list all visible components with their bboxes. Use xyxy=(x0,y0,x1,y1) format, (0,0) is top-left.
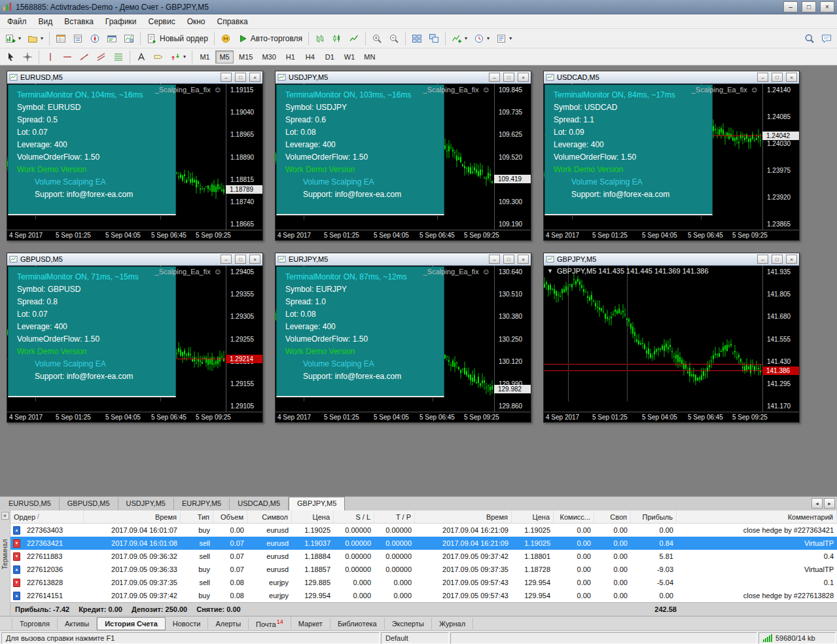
chart-tab-GBPUSD,M5[interactable]: GBPUSD,M5 xyxy=(60,497,118,510)
metaeditor-button[interactable] xyxy=(217,31,234,46)
history-row-6[interactable]: ▲2276141512017.09.05 09:37:42buy0.08eurj… xyxy=(10,589,837,602)
channel-tool[interactable] xyxy=(93,49,110,65)
chart-titlebar[interactable]: GBPJPY,M5–□× xyxy=(544,253,799,266)
search-button[interactable] xyxy=(801,31,818,46)
terminal-tab-Алерты[interactable]: Алерты xyxy=(208,618,249,630)
chart-canvas[interactable]: ▼GBPJPY,M5 141.435 141.445 141.369 141.3… xyxy=(544,266,799,422)
column-header-7[interactable]: S / L xyxy=(334,510,374,523)
column-header-9[interactable]: Время xyxy=(415,510,512,523)
price-scale[interactable]: 1.241401.240851.240301.239751.239201.238… xyxy=(762,84,799,230)
new-chart-button[interactable]: ▾ xyxy=(2,31,24,46)
templates-button[interactable]: ▾ xyxy=(493,31,515,46)
terminal-close-button[interactable]: × xyxy=(1,512,9,520)
chart-canvas[interactable]: TerminalMonitor ON, 84ms, ~17msSymbol: U… xyxy=(544,84,799,240)
chart-tab-EURJPY,M5[interactable]: EURJPY,M5 xyxy=(174,497,230,510)
time-scale[interactable]: 4 Sep 20175 Sep 01:255 Sep 04:055 Sep 06… xyxy=(544,230,799,240)
column-header-13[interactable]: Прибыль xyxy=(631,510,677,523)
column-header-5[interactable]: Символ xyxy=(247,510,292,523)
column-header-8[interactable]: T / P xyxy=(374,510,415,523)
column-header-11[interactable]: Комисс... xyxy=(554,510,594,523)
chart-close-button[interactable]: × xyxy=(518,73,529,82)
chart-maximize-button[interactable]: □ xyxy=(772,255,783,264)
menu-item-7[interactable]: Справка xyxy=(211,16,254,27)
scroll-left-button[interactable]: ◄ xyxy=(811,498,823,509)
chart-close-button[interactable]: × xyxy=(786,73,797,82)
chart-maximize-button[interactable]: □ xyxy=(772,73,783,82)
navigator-button[interactable] xyxy=(86,31,103,46)
timeframe-w1[interactable]: W1 xyxy=(340,50,359,63)
horizontal-line-tool[interactable] xyxy=(59,49,76,65)
timeframe-m1[interactable]: M1 xyxy=(196,50,214,63)
time-scale[interactable]: 4 Sep 20175 Sep 01:255 Sep 04:055 Sep 06… xyxy=(7,412,262,422)
column-header-3[interactable]: Тип xyxy=(181,510,213,523)
price-scale[interactable]: 141.935141.805141.680141.555141.430141.2… xyxy=(762,266,799,412)
fibonacci-tool[interactable] xyxy=(110,49,127,65)
menu-item-4[interactable]: Графики xyxy=(99,16,143,27)
chart-maximize-button[interactable]: □ xyxy=(235,73,246,82)
chart-minimize-button[interactable]: – xyxy=(489,73,500,82)
chart-titlebar[interactable]: GBPUSD,M5–□× xyxy=(7,253,262,266)
time-scale[interactable]: 4 Sep 20175 Sep 01:255 Sep 04:055 Sep 06… xyxy=(7,230,262,240)
scroll-right-button[interactable]: ► xyxy=(824,498,835,509)
chart-minimize-button[interactable]: – xyxy=(221,255,232,264)
column-header-10[interactable]: Цена xyxy=(512,510,554,523)
timeframe-h1[interactable]: H1 xyxy=(281,50,300,63)
price-scale[interactable]: 109.845109.735109.625109.520109.410109.3… xyxy=(494,84,531,230)
chart-maximize-button[interactable]: □ xyxy=(503,255,514,264)
menu-item-1[interactable]: Файл xyxy=(1,16,33,27)
history-row-1[interactable]: ▲2273634032017.09.04 16:01:07buy0.00euru… xyxy=(10,524,837,537)
arrange-windows-button[interactable] xyxy=(425,31,442,46)
terminal-tab-Новости[interactable]: Новости xyxy=(166,618,209,630)
chart-canvas[interactable]: TerminalMonitor ON, 87ms, ~12msSymbol: E… xyxy=(276,266,531,422)
column-header-4[interactable]: Объем xyxy=(213,510,247,523)
chart-close-button[interactable]: × xyxy=(518,255,529,264)
candlestick-chart-button[interactable] xyxy=(329,31,346,46)
history-row-2[interactable]: ▼2273634212017.09.04 16:01:08sell0.07eur… xyxy=(10,537,837,550)
time-scale[interactable]: 4 Sep 20175 Sep 01:255 Sep 04:055 Sep 06… xyxy=(276,412,531,422)
arrows-tool[interactable]: ▾ xyxy=(167,49,189,65)
timeframe-h4[interactable]: H4 xyxy=(301,50,319,63)
history-row-5[interactable]: ▼2276138282017.09.05 09:37:35sell0.08eur… xyxy=(10,576,837,589)
time-scale[interactable]: 4 Sep 20175 Sep 01:255 Sep 04:055 Sep 06… xyxy=(544,412,799,422)
chart-canvas[interactable]: TerminalMonitor ON, 103ms, ~16msSymbol: … xyxy=(276,84,531,240)
column-header-2[interactable]: Время xyxy=(84,510,181,523)
menu-item-6[interactable]: Окно xyxy=(181,16,211,27)
price-scale[interactable]: 1.294051.293551.293051.292551.292051.291… xyxy=(226,266,262,412)
chart-canvas[interactable]: TerminalMonitor ON, 71ms, ~15msSymbol: G… xyxy=(7,266,262,422)
chart-tab-USDCAD,M5[interactable]: USDCAD,M5 xyxy=(230,497,289,510)
window-minimize-button[interactable]: – xyxy=(783,1,798,12)
timeframe-m15[interactable]: M15 xyxy=(235,50,257,63)
terminal-tab-Журнал[interactable]: Журнал xyxy=(432,618,473,630)
chart-canvas[interactable]: TerminalMonitor ON, 104ms, ~16msSymbol: … xyxy=(7,84,262,240)
chart-tab-GBPJPY,M5[interactable]: GBPJPY,M5 xyxy=(289,497,345,510)
chart-titlebar[interactable]: EURUSD,M5–□× xyxy=(7,71,262,84)
timeframe-d1[interactable]: D1 xyxy=(321,50,339,63)
menu-item-3[interactable]: Вставка xyxy=(58,16,99,27)
crosshair-tool[interactable] xyxy=(19,49,36,65)
history-row-4[interactable]: ▲2276120362017.09.05 09:36:33buy0.07euru… xyxy=(10,563,837,576)
market-watch-button[interactable] xyxy=(52,31,69,46)
terminal-tab-Библиотека[interactable]: Библиотека xyxy=(330,618,385,630)
chart-close-button[interactable]: × xyxy=(786,255,797,264)
chart-maximize-button[interactable]: □ xyxy=(235,255,246,264)
chart-titlebar[interactable]: USDJPY,M5–□× xyxy=(276,71,531,84)
terminal-tab-История Счета[interactable]: История Счета xyxy=(97,617,166,630)
price-scale[interactable]: 1.191151.190401.189651.188901.188151.187… xyxy=(226,84,262,230)
menu-item-5[interactable]: Сервис xyxy=(143,16,181,27)
chart-minimize-button[interactable]: – xyxy=(221,73,232,82)
window-close-button[interactable]: × xyxy=(820,1,834,12)
chat-button[interactable] xyxy=(818,31,835,46)
window-titlebar[interactable]: 1568885: Activtrades-Demo - Демо Счет - … xyxy=(0,0,837,14)
menu-item-2[interactable]: Вид xyxy=(33,16,59,27)
new-order-button[interactable]: Новый ордер xyxy=(143,31,211,46)
vertical-line-tool[interactable] xyxy=(42,49,59,65)
column-header-1[interactable]: Ордер/ xyxy=(10,510,84,523)
periods-button[interactable]: ▾ xyxy=(471,31,493,46)
trendline-tool[interactable] xyxy=(76,49,93,65)
status-profile[interactable]: Default xyxy=(381,632,449,644)
indicators-button[interactable]: ▾ xyxy=(448,31,471,46)
zoom-out-button[interactable] xyxy=(385,31,402,46)
chart-maximize-button[interactable]: □ xyxy=(503,73,514,82)
column-header-14[interactable]: Комментарий xyxy=(677,510,837,523)
autotrading-button[interactable]: Авто-торговля xyxy=(234,31,306,46)
